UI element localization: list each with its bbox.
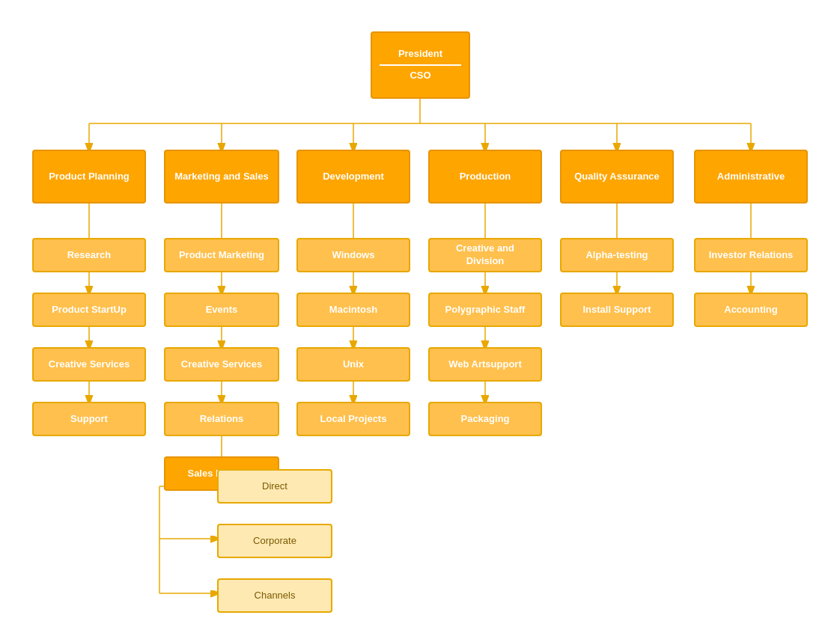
root-subtitle: CSO — [410, 70, 430, 82]
l2-alpha-testing[interactable]: Alpha-testing — [560, 238, 674, 272]
l2-local-projects[interactable]: Local Projects — [296, 402, 410, 436]
l2-product-marketing[interactable]: Product Marketing — [164, 238, 279, 272]
l1-development[interactable]: Development — [296, 150, 410, 204]
l2-research[interactable]: Research — [32, 238, 146, 272]
l3-direct[interactable]: Direct — [217, 469, 332, 504]
l3-corporate[interactable]: Corporate — [217, 524, 332, 558]
l2-accounting[interactable]: Accounting — [694, 293, 808, 327]
l2-product-startup[interactable]: Product StartUp — [32, 293, 146, 327]
l2-macintosh[interactable]: Macintosh — [296, 293, 410, 327]
l1-product-planning[interactable]: Product Planning — [32, 150, 146, 204]
l2-creative-services-1[interactable]: Creative Services — [32, 347, 146, 382]
l2-web-artsupport[interactable]: Web Artsupport — [428, 347, 542, 382]
l1-marketing-sales[interactable]: Marketing and Sales — [164, 150, 279, 204]
l2-install-support[interactable]: Install Support — [560, 293, 674, 327]
root-box[interactable]: President CSO — [371, 31, 470, 99]
l2-investor-relations[interactable]: Investor Relations — [694, 238, 808, 272]
org-chart: President CSO Product Planning Marketing… — [0, 0, 840, 618]
l1-administrative[interactable]: Administrative — [694, 150, 808, 204]
root-title: President — [380, 48, 461, 66]
l2-unix[interactable]: Unix — [296, 347, 410, 382]
l2-polygraphic-staff[interactable]: Polygraphic Staff — [428, 293, 542, 327]
l1-production[interactable]: Production — [428, 150, 542, 204]
l2-creative-division[interactable]: Creative and Division — [428, 238, 542, 272]
l1-quality-assurance[interactable]: Quality Assurance — [560, 150, 674, 204]
l2-packaging[interactable]: Packaging — [428, 402, 542, 436]
l2-support[interactable]: Support — [32, 402, 146, 436]
l2-windows[interactable]: Windows — [296, 238, 410, 272]
l2-relations[interactable]: Relations — [164, 402, 279, 436]
l2-creative-services-2[interactable]: Creative Services — [164, 347, 279, 382]
l2-events[interactable]: Events — [164, 293, 279, 327]
l3-channels[interactable]: Channels — [217, 578, 332, 613]
